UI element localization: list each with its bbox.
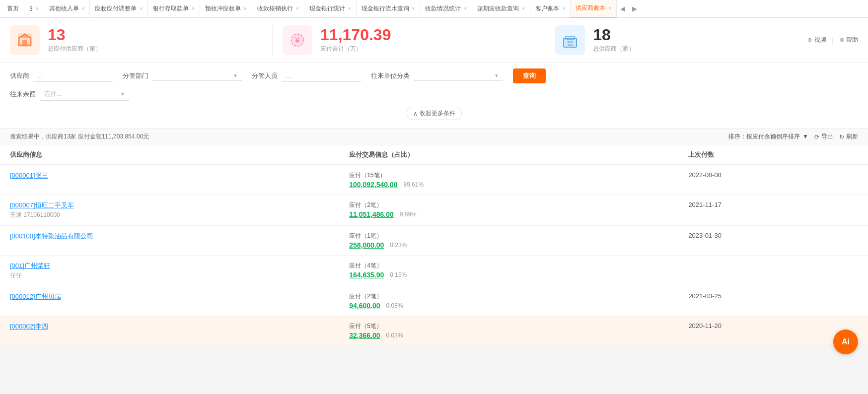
- refresh-button[interactable]: ↻ 刷新: [839, 132, 858, 141]
- nav-tab-payment-stats[interactable]: 收款情况统计 ×: [420, 0, 472, 18]
- top-summary: 13 总应付供应商（家） ¥ 11,170.39 应付合计（万） 18 总供应商…: [0, 18, 868, 63]
- supplier-link[interactable]: [000100]本特勤油品有限公司: [10, 232, 349, 241]
- table-container: 供应商信息 应付交易信息（占比） 上次付数 [000001]张三 应付（15笔）…: [0, 145, 868, 346]
- supplier-link[interactable]: [000001]张三: [10, 171, 349, 180]
- nav-bar: 首页 3 × 其他收入单 × 应收应付调整单 × 银行存取款单 × 预收冲应收单…: [0, 0, 868, 18]
- nav-tab-home[interactable]: 首页: [2, 0, 24, 18]
- close-icon[interactable]: ×: [296, 6, 299, 11]
- supplier-link[interactable]: [000007]恒旺二手叉车: [10, 201, 349, 210]
- filter-area: 供应商 分管部门 ▼ 分管人员 往来单位分类 ▼ 查询 往来余额 选择: [0, 63, 868, 129]
- close-icon[interactable]: ×: [608, 5, 611, 11]
- nav-tab-label: 现金银行统计: [309, 4, 345, 13]
- close-icon[interactable]: ×: [82, 6, 85, 11]
- payable-row: 32,366.00 0.03%: [349, 331, 688, 339]
- nav-tab-overdue[interactable]: 超期应收款查询 ×: [472, 0, 530, 18]
- nav-tab-label: 收款核销执行: [257, 4, 293, 13]
- payable-label: 应付（15笔）: [349, 171, 688, 180]
- nav-tab-label: 现金银行流水查询: [362, 4, 409, 13]
- video-link[interactable]: ⊙ 视频: [807, 36, 826, 44]
- table-body: [000001]张三 应付（15笔） 100,092,540.00 89.61%…: [0, 165, 868, 346]
- nav-tab-payment-verify[interactable]: 收款核销执行 ×: [252, 0, 304, 18]
- payable-info-cell: 应付（4笔） 164,635.90 0.15%: [349, 262, 688, 279]
- payable-row: 94,600.00 0.08%: [349, 302, 688, 310]
- payable-amount[interactable]: 94,600.00: [349, 302, 380, 310]
- summary-icon-supplier: [10, 25, 40, 55]
- nav-tab-prepaid[interactable]: 预收冲应收单 ×: [200, 0, 252, 18]
- collapse-button[interactable]: ∧ 收起更多条件: [407, 107, 462, 120]
- close-icon[interactable]: ×: [36, 6, 39, 11]
- nav-prev-arrow[interactable]: ◀: [617, 0, 629, 18]
- table-row: [000100]本特勤油品有限公司 应付（1笔） 258,000.00 0.23…: [0, 226, 868, 256]
- last-pay-cell: 2020-11-20: [688, 322, 858, 329]
- payable-row: 100,092,540.00 89.61%: [349, 181, 688, 189]
- close-icon[interactable]: ×: [192, 6, 195, 11]
- person-input[interactable]: [282, 70, 361, 82]
- last-pay-date: 2023-01-30: [688, 232, 722, 239]
- payable-info-cell: 应付（2笔） 94,600.00 0.08%: [349, 292, 688, 310]
- supplier-link[interactable]: [001]广州荣轩: [10, 262, 349, 270]
- summary-text-payable: 11,170.39 应付合计（万）: [320, 27, 391, 53]
- payable-amount[interactable]: 11,051,486.00: [349, 210, 394, 218]
- dept-filter-label: 分管部门: [123, 71, 148, 80]
- nav-tab-ar-ap-adjust[interactable]: 应收应付调整单 ×: [90, 0, 148, 18]
- payable-label: 应付（4笔）: [349, 262, 688, 270]
- close-icon[interactable]: ×: [140, 6, 143, 11]
- summary-divider-2: [545, 25, 545, 55]
- payable-label: 应付（2笔）: [349, 292, 688, 301]
- nav-tab-customer-ledger[interactable]: 客户账本 ×: [530, 0, 571, 18]
- supplier-link[interactable]: [000012]广州贝瑞: [10, 292, 349, 301]
- dept-select[interactable]: ▼: [152, 71, 242, 81]
- payable-row: 258,000.00 0.23%: [349, 241, 688, 249]
- supplier-info-cell: [000001]张三: [10, 171, 349, 180]
- nav-next-arrow[interactable]: ▶: [629, 0, 641, 18]
- close-icon[interactable]: ×: [464, 6, 467, 11]
- supplier-sub: 王通 17106110000: [10, 211, 349, 219]
- payable-info-cell: 应付（5笔） 32,366.00 0.03%: [349, 322, 688, 339]
- help-link[interactable]: ⊙ 帮助: [840, 36, 858, 44]
- summary-icon-total: [555, 25, 585, 55]
- payable-amount[interactable]: 32,366.00: [349, 331, 380, 339]
- close-icon[interactable]: ×: [412, 6, 415, 11]
- nav-tab-label: 3: [29, 5, 33, 12]
- export-button[interactable]: ⟳ 导出: [814, 132, 833, 141]
- chevron-up-icon: ∧: [413, 110, 418, 117]
- summary-block-suppliers: 13 总应付供应商（家）: [10, 25, 262, 55]
- table-header: 供应商信息 应付交易信息（占比） 上次付数: [0, 145, 868, 165]
- nav-tab-cash-bank-stats[interactable]: 现金银行统计 ×: [304, 0, 357, 18]
- person-filter-label: 分管人员: [252, 71, 278, 80]
- supplier-info-cell: [000012]广州贝瑞: [10, 292, 349, 301]
- col-header-lastpay: 上次付数: [688, 150, 858, 159]
- nav-tab-supplier-ledger[interactable]: 供应商账本 ×: [571, 0, 617, 18]
- last-pay-cell: 2021-03-25: [688, 292, 858, 300]
- last-pay-date: 2022-08-08: [688, 171, 722, 179]
- result-actions: 排序：按应付余额倒序排序 ▼ ⟳ 导出 ↻ 刷新: [728, 132, 858, 141]
- payable-amount[interactable]: 100,092,540.00: [349, 181, 397, 189]
- balance-select[interactable]: 选择... ▼: [40, 87, 129, 101]
- close-icon[interactable]: ×: [562, 6, 565, 11]
- payable-pct: 9.89%: [400, 211, 417, 218]
- payable-row: 11,051,486.00 9.89%: [349, 210, 688, 218]
- category-select[interactable]: ▼: [414, 71, 503, 81]
- filter-item-person: 分管人员: [252, 70, 361, 82]
- nav-tab-label: 供应商账本: [576, 4, 605, 12]
- summary-icon-payable: ¥: [283, 25, 312, 55]
- close-icon[interactable]: ×: [522, 6, 525, 11]
- supplier-input[interactable]: [33, 70, 113, 82]
- payable-info-cell: 应付（15笔） 100,092,540.00 89.61%: [349, 171, 688, 189]
- nav-tab-cash-bank-flow[interactable]: 现金银行流水查询 ×: [357, 0, 421, 18]
- nav-tab-3[interactable]: 3 ×: [24, 0, 44, 18]
- close-icon[interactable]: ×: [348, 6, 351, 11]
- nav-tab-label: 银行存取款单: [153, 4, 189, 13]
- nav-tab-label: 预收冲应收单: [205, 4, 241, 13]
- query-button[interactable]: 查询: [513, 68, 546, 83]
- table-row: [000007]恒旺二手叉车 王通 17106110000 应付（2笔） 11,…: [0, 195, 868, 226]
- nav-tab-bank-deposit[interactable]: 银行存取款单 ×: [148, 0, 200, 18]
- payable-amount[interactable]: 164,635.90: [349, 271, 384, 279]
- summary-label-suppliers: 总应付供应商（家）: [48, 45, 101, 53]
- close-icon[interactable]: ×: [244, 6, 247, 11]
- payable-amount[interactable]: 258,000.00: [349, 241, 384, 249]
- refresh-icon: ↻: [839, 133, 844, 140]
- supplier-link[interactable]: [000002]李四: [10, 322, 349, 331]
- export-icon: ⟳: [814, 133, 819, 140]
- nav-tab-other-income[interactable]: 其他收入单 ×: [44, 0, 90, 18]
